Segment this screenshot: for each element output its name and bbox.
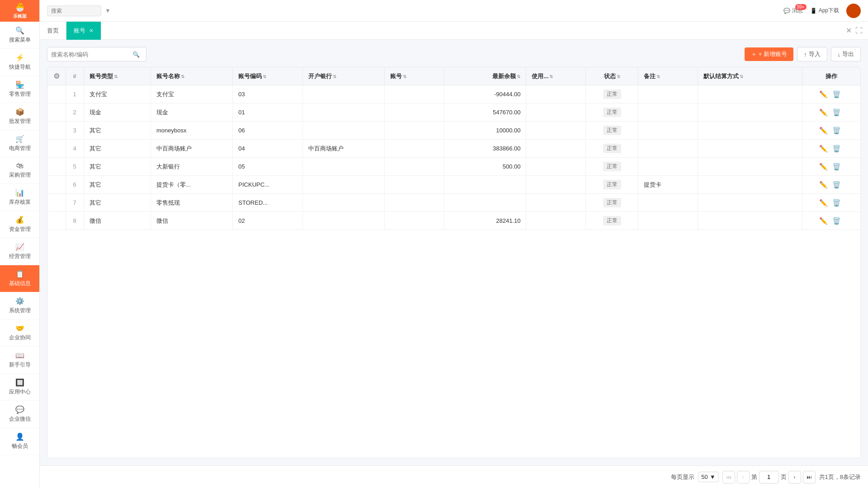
sidebar-item-label: 电商管理 — [9, 145, 31, 152]
sidebar-item-label: 企业微信 — [9, 415, 31, 423]
topbar-dropdown-icon[interactable]: ▼ — [105, 7, 111, 14]
sidebar-item-label: 应用中心 — [9, 388, 31, 396]
sidebar-item-finance-mgmt[interactable]: 💰 资金管理 — [0, 211, 39, 238]
row-note-6 — [638, 194, 698, 212]
col-note[interactable]: 备注⇅ — [638, 67, 698, 85]
sidebar-item-new-guide[interactable]: 📖 新手引导 — [0, 347, 39, 374]
account-search-box[interactable]: 🔍 — [47, 47, 146, 61]
sidebar-item-wholesale-mgmt[interactable]: 📦 批发管理 — [0, 103, 39, 130]
tab-home[interactable]: 首页 — [40, 22, 66, 40]
edit-button-2[interactable]: ✏️ — [819, 127, 828, 135]
status-badge-5: 正常 — [603, 180, 621, 189]
status-badge-7: 正常 — [603, 216, 621, 225]
sidebar-item-retail-mgmt[interactable]: 🏪 零售管理 — [0, 76, 39, 103]
col-type[interactable]: 账号类型⇅ — [84, 67, 151, 85]
column-settings-icon[interactable]: ⚙ — [53, 72, 60, 80]
basic-info-icon: 📋 — [15, 270, 24, 278]
page-size-select[interactable]: 50 ▼ — [698, 472, 718, 482]
sidebar-item-enterprise-agreement[interactable]: 🤝 企业协同 — [0, 319, 39, 347]
page-last-button[interactable]: ⏭ — [803, 471, 816, 483]
add-account-button[interactable]: ＋ + 新增账号 — [745, 47, 793, 61]
col-balance[interactable]: 最新余额⇅ — [444, 67, 526, 85]
table-row: 6 其它 提货卡（零... PICKUPC... 正常 提货卡 ✏️ 🗑️ — [47, 176, 860, 194]
sort-default-icon: ⇅ — [740, 74, 743, 79]
row-gear-7 — [47, 212, 66, 230]
topbar-search-input[interactable] — [47, 5, 101, 16]
page-prev-button[interactable]: ‹ — [737, 471, 750, 483]
sidebar-item-app-center[interactable]: 🔲 应用中心 — [0, 374, 39, 401]
row-action-1: ✏️ 🗑️ — [802, 103, 860, 122]
row-name-5: 提货卡（零... — [151, 176, 232, 194]
tab-expand-icon[interactable]: ⛶ — [855, 27, 863, 35]
page-suffix: 页 — [781, 473, 787, 481]
col-action: 操作 — [802, 67, 860, 85]
row-bank-7 — [302, 212, 384, 230]
message-icon: 💬 — [783, 8, 790, 14]
sidebar-item-purchase-mgmt[interactable]: 🛍 采购管理 — [0, 157, 39, 184]
sidebar-item-search-menu[interactable]: 🔍 搜索菜单 — [0, 22, 39, 49]
row-type-7: 微信 — [84, 212, 151, 230]
table-row: 4 其它 中百商场账户 04 中百商场账户 383866.00 正常 ✏️ 🗑️ — [47, 140, 860, 158]
row-account-6 — [385, 194, 444, 212]
row-balance-7: 28241.10 — [444, 212, 526, 230]
col-default-pay[interactable]: 默认结算方式⇅ — [698, 67, 802, 85]
sidebar-item-ops-mgmt[interactable]: 📈 经营管理 — [0, 238, 39, 265]
sidebar-item-basic-info[interactable]: 📋 基础信息 — [0, 265, 39, 292]
col-status[interactable]: 状态⇅ — [586, 67, 638, 85]
tab-close-all-icon[interactable]: ✕ — [846, 26, 852, 35]
tab-account[interactable]: 账号 ✕ — [66, 22, 101, 40]
delete-button-4[interactable]: 🗑️ — [832, 163, 841, 171]
edit-button-0[interactable]: ✏️ — [819, 90, 828, 99]
col-bank[interactable]: 开户银行⇅ — [302, 67, 384, 85]
import-button[interactable]: ↑ 导入 — [797, 47, 827, 61]
export-button[interactable]: ↓ 导出 — [831, 47, 861, 61]
row-num-2: 3 — [66, 122, 84, 140]
search-icon[interactable]: 🔍 — [132, 51, 140, 58]
per-page-label: 每页显示 — [671, 473, 694, 481]
edit-button-6[interactable]: ✏️ — [819, 199, 828, 207]
page-number-input[interactable] — [759, 471, 779, 483]
sidebar-item-label: 库存核算 — [9, 198, 31, 206]
row-code-7: 02 — [233, 212, 302, 230]
edit-button-5[interactable]: ✏️ — [819, 181, 828, 189]
col-name[interactable]: 账号名称⇅ — [151, 67, 232, 85]
row-gear-2 — [47, 122, 66, 140]
edit-button-1[interactable]: ✏️ — [819, 108, 828, 117]
account-search-input[interactable] — [51, 51, 132, 58]
delete-button-0[interactable]: 🗑️ — [832, 90, 841, 99]
edit-button-4[interactable]: ✏️ — [819, 163, 828, 171]
sidebar-item-inventory-check[interactable]: 📊 库存核算 — [0, 184, 39, 211]
sidebar-item-enterprise-wechat[interactable]: 💬 企业微信 — [0, 401, 39, 428]
sort-name-icon: ⇅ — [181, 74, 184, 79]
delete-button-6[interactable]: 🗑️ — [832, 199, 841, 207]
edit-button-3[interactable]: ✏️ — [819, 145, 828, 153]
delete-button-3[interactable]: 🗑️ — [832, 145, 841, 153]
user-avatar[interactable] — [846, 4, 861, 18]
sidebar-item-member[interactable]: 👤 畅会员 — [0, 428, 39, 455]
page-first-button[interactable]: ⏮ — [722, 471, 735, 483]
sidebar-item-system-mgmt[interactable]: ⚙️ 系统管理 — [0, 292, 39, 319]
message-button[interactable]: 💬 消息 99+ — [783, 7, 803, 14]
page-next-button[interactable]: › — [788, 471, 801, 483]
home-tab-label: 首页 — [47, 27, 59, 35]
delete-button-2[interactable]: 🗑️ — [832, 127, 841, 135]
sidebar-item-ecommerce-mgmt[interactable]: 🛒 电商管理 — [0, 130, 39, 157]
col-code[interactable]: 账号编码⇅ — [233, 67, 302, 85]
row-bank-5 — [302, 176, 384, 194]
delete-button-7[interactable]: 🗑️ — [832, 217, 841, 225]
col-account[interactable]: 账号⇅ — [385, 67, 444, 85]
row-account-7 — [385, 212, 444, 230]
tab-close-button[interactable]: ✕ — [89, 28, 94, 34]
status-badge-1: 正常 — [603, 108, 621, 117]
delete-button-1[interactable]: 🗑️ — [832, 108, 841, 117]
edit-button-7[interactable]: ✏️ — [819, 217, 828, 225]
app-download-button[interactable]: 📱 App下载 — [810, 7, 839, 14]
row-usage-6 — [526, 194, 586, 212]
row-default-2 — [698, 122, 802, 140]
col-usage[interactable]: 使用...⇅ — [526, 67, 586, 85]
col-gear[interactable]: ⚙ — [47, 67, 66, 85]
delete-button-5[interactable]: 🗑️ — [832, 181, 841, 189]
row-balance-4: 500.00 — [444, 158, 526, 176]
status-badge-0: 正常 — [603, 89, 621, 99]
sidebar-item-quick-nav[interactable]: ⚡ 快捷导航 — [0, 49, 39, 76]
